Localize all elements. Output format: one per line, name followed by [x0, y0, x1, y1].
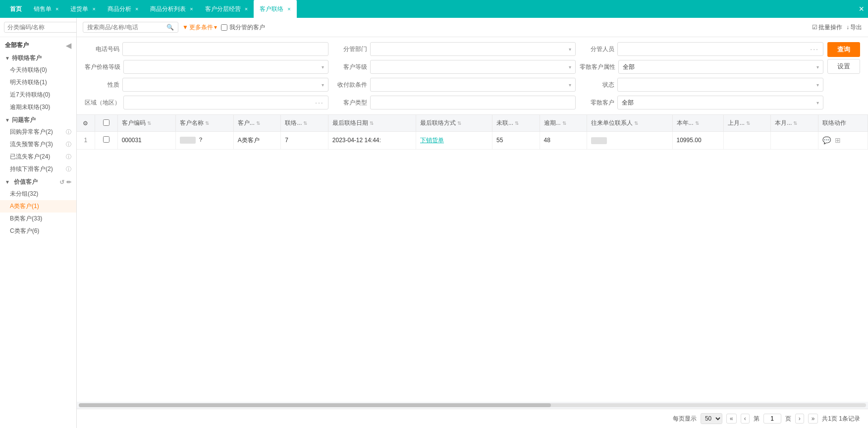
row-name: ？ [175, 132, 233, 150]
sort-contact[interactable]: ⇅ [303, 120, 307, 126]
close-purchase-tab[interactable]: × [92, 0, 95, 18]
sidebar-item-overdue[interactable]: 逾期未联络(30) [0, 101, 76, 113]
scroll-thumb[interactable] [79, 403, 551, 407]
horizontal-scroll-bar[interactable] [77, 402, 868, 409]
close-all-btn[interactable]: × [859, 4, 864, 14]
scroll-track[interactable] [79, 403, 866, 407]
filter-phone-input[interactable] [122, 42, 328, 56]
close-analysis-tab[interactable]: × [135, 0, 138, 18]
prev-page-btn[interactable]: ‹ [741, 414, 750, 424]
query-button[interactable]: 查询 [827, 42, 860, 57]
col-contact-count: 联络... ⇅ [281, 115, 328, 132]
pending-contact-group[interactable]: ▼ 待联络客户 [0, 52, 76, 64]
sort-last-method[interactable]: ⇅ [457, 120, 461, 126]
batch-op-btn[interactable]: ☑ 批量操作 [812, 23, 842, 32]
sort-name[interactable]: ⇅ [205, 120, 209, 126]
value-customer-group[interactable]: ▼ 价值客户 ↺ ✏ [0, 175, 76, 188]
sidebar-item-a-class[interactable]: A类客户(1) [0, 200, 76, 213]
row-checkbox-td [95, 132, 117, 150]
nav-sales[interactable]: 销售单 × [28, 0, 64, 18]
sidebar-item-churned[interactable]: 已流失客户(24) ⓘ [0, 151, 76, 163]
filter-payment-select[interactable]: ▾ [370, 78, 576, 92]
page-input[interactable] [763, 414, 781, 424]
more-filter-btn[interactable]: ▼ 更多条件 ▾ [182, 23, 217, 32]
per-page-select[interactable]: 50 [701, 413, 722, 424]
sort-this-month[interactable]: ⇅ [793, 120, 797, 126]
my-customers-checkbox-wrap[interactable]: 我分管的客户 [221, 23, 265, 32]
sort-not-contacted[interactable]: ⇅ [515, 120, 519, 126]
nav-customer-layer[interactable]: 客户分层经营 × [199, 0, 254, 18]
total-label: 共1页 1条记录 [822, 415, 860, 423]
message-action-icon[interactable]: 💬 [822, 136, 831, 144]
filter-customer-type-label: 客户类型 [332, 99, 367, 107]
close-customer-contact-tab[interactable]: × [287, 0, 290, 18]
sidebar-item-churn-warning[interactable]: 流失预警客户(3) ⓘ [0, 138, 76, 151]
manager-dots[interactable]: ··· [810, 45, 819, 53]
nav-purchase[interactable]: 进货单 × [64, 0, 101, 18]
sidebar-search-input[interactable] [4, 22, 77, 33]
top-nav: 首页 销售单 × 进货单 × 商品分析 × 商品分析列表 × 客户分层经营 × … [0, 0, 868, 18]
sort-last-month[interactable]: ⇅ [746, 120, 750, 126]
status-chevron: ▾ [816, 82, 819, 88]
close-customer-layer-tab[interactable]: × [245, 0, 248, 18]
region-dots[interactable]: ··· [315, 99, 324, 107]
problem-customer-group[interactable]: ▼ 问题客户 [0, 113, 76, 126]
nav-home[interactable]: 首页 [4, 0, 28, 18]
sort-code[interactable]: ⇅ [147, 120, 151, 126]
filter-price-level-select[interactable]: ▾ [123, 60, 328, 74]
my-customers-checkbox[interactable] [221, 24, 227, 31]
filter-customer-type-input[interactable] [370, 96, 576, 109]
filter-status-select[interactable]: ▾ [617, 78, 823, 92]
setting-button[interactable]: 设置 [827, 59, 860, 74]
nav-analysis-list[interactable]: 商品分析列表 × [144, 0, 199, 18]
sort-unit-contact[interactable]: ⇅ [634, 120, 638, 126]
filter-manager-label: 分管人员 [580, 45, 614, 54]
sidebar-item-7days[interactable]: 近7天待联络(0) [0, 89, 76, 101]
filter-phone: 电话号码 [85, 42, 328, 56]
export-btn[interactable]: ↓ 导出 [846, 23, 862, 32]
sidebar-item-b-class[interactable]: B类客户(33) [0, 213, 76, 225]
sidebar-item-tomorrow[interactable]: 明天待联络(1) [0, 76, 76, 89]
share-action-icon[interactable]: ⊞ [835, 136, 841, 144]
refresh-icon[interactable]: ↺ [59, 179, 64, 186]
sidebar-item-repurchase[interactable]: 回购异常客户(2) ⓘ [0, 126, 76, 138]
gear-icon[interactable]: ⚙ [83, 120, 88, 127]
sidebar-item-declining[interactable]: 持续下滑客户(2) ⓘ [0, 163, 76, 175]
filter-bar: 🔍 ▼ 更多条件 ▾ 我分管的客户 ☑ 批量操作 ↓ 导出 [77, 18, 868, 37]
row-type: A类客户 [233, 132, 281, 150]
filter-nature-select[interactable]: ▾ [122, 78, 328, 92]
sidebar-item-today[interactable]: 今天待联络(0) [0, 64, 76, 76]
nav-customer-contact[interactable]: 客户联络 × [254, 0, 296, 18]
sidebar: 🔍 全部客户 ◀ ▼ 待联络客户 今天待联络(0) 明天待联络(1) 近7天待联… [0, 18, 77, 428]
sidebar-item-c-class[interactable]: C类客户(6) [0, 225, 76, 237]
last-method-link[interactable]: 下销货单 [420, 137, 444, 144]
sort-overdue[interactable]: ⇅ [562, 120, 566, 126]
filter-region-select[interactable]: ··· [123, 96, 328, 109]
sort-this-year[interactable]: ⇅ [695, 120, 699, 126]
row-this-month [771, 132, 818, 150]
row-checkbox[interactable] [103, 136, 109, 143]
col-not-contacted: 未联... ⇅ [492, 115, 540, 132]
filter-search-icon[interactable]: 🔍 [166, 24, 174, 31]
filter-customer-level-select[interactable]: ▾ [370, 60, 576, 74]
filter-dept-select[interactable]: ▾ [370, 42, 576, 56]
close-analysis-list-tab[interactable]: × [190, 0, 193, 18]
sidebar-item-ungrouped[interactable]: 未分组(32) [0, 188, 76, 200]
sidebar-collapse-btn[interactable]: ◀ [66, 42, 71, 50]
sort-type[interactable]: ⇅ [256, 120, 260, 126]
next-page-btn[interactable]: › [795, 414, 804, 424]
nav-analysis[interactable]: 商品分析 × [102, 0, 144, 18]
close-sales-tab[interactable]: × [55, 0, 58, 18]
select-all-checkbox[interactable] [103, 119, 109, 126]
filter-retail-customer-select[interactable]: 全部 ▾ [617, 96, 823, 109]
filter-manager-select[interactable]: ··· [617, 42, 823, 56]
edit-icon[interactable]: ✏ [66, 179, 71, 186]
sort-last-date[interactable]: ⇅ [370, 120, 374, 126]
last-page-btn[interactable]: » [808, 414, 818, 424]
first-page-btn[interactable]: « [726, 414, 737, 424]
filter-search-input[interactable] [87, 24, 166, 31]
filter-manager: 分管人员 ··· [580, 42, 823, 56]
content-area: 🔍 ▼ 更多条件 ▾ 我分管的客户 ☑ 批量操作 ↓ 导出 [77, 18, 868, 428]
filter-retail-attr-select[interactable]: 全部 ▾ [618, 60, 823, 74]
filter-retail-attr-label: 零散客户属性 [580, 63, 615, 71]
